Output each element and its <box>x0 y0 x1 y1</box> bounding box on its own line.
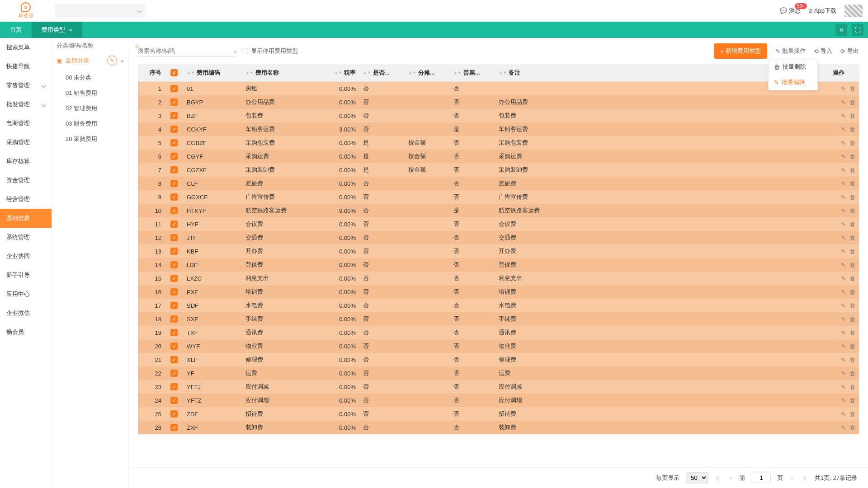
show-disabled-checkbox[interactable]: 显示停用费用类型 <box>242 47 298 55</box>
table-row[interactable]: 14✓LBF劳保费0.00%否否劳保费✎🗑 <box>138 258 859 272</box>
col-rate[interactable]: ▲▼税率 <box>323 64 359 82</box>
sidebar-item[interactable]: 采购管理 <box>0 133 52 152</box>
delete-row-button[interactable]: 🗑 <box>849 221 855 228</box>
batch-ops-button[interactable]: ✎ 批量操作 <box>775 47 806 55</box>
messages-button[interactable]: 💬 消息 99+ <box>780 7 801 15</box>
sidebar-item[interactable]: 企业协同 <box>0 247 52 266</box>
col-ticket[interactable]: ▲▼普票... <box>450 64 495 82</box>
sidebar-item[interactable]: 零售管理 <box>0 76 52 95</box>
edit-category-button[interactable]: ✎ <box>107 56 117 66</box>
delete-row-button[interactable]: 🗑 <box>849 99 855 106</box>
search-icon[interactable]: ⌕ <box>234 47 237 54</box>
table-row[interactable]: 1✓01房租0.00%否否✎🗑 <box>138 82 859 96</box>
edit-row-button[interactable]: ✎ <box>841 194 846 201</box>
delete-row-button[interactable]: 🗑 <box>849 329 855 336</box>
delete-row-button[interactable]: 🗑 <box>849 316 855 323</box>
table-row[interactable]: 5✓CGBZF采购包装费0.00%是按金额否采购包装费✎🗑 <box>138 136 859 150</box>
table-row[interactable]: 15✓LXZC利息支出0.00%否否利息支出✎🗑 <box>138 272 859 285</box>
delete-row-button[interactable]: 🗑 <box>849 343 855 350</box>
avatar[interactable] <box>844 5 863 17</box>
close-icon[interactable]: ✕ <box>69 28 72 33</box>
edit-row-button[interactable]: ✎ <box>841 397 846 404</box>
table-row[interactable]: 9✓GGXCF广告宣传费0.00%否否广告宣传费✎🗑 <box>138 190 859 204</box>
col-check[interactable]: ✓ <box>165 64 183 82</box>
delete-row-button[interactable]: 🗑 <box>849 235 855 241</box>
table-row[interactable]: 21✓XLF修理费0.00%否否修理费✎🗑 <box>138 353 859 366</box>
delete-row-button[interactable]: 🗑 <box>849 275 855 282</box>
table-row[interactable]: 7✓CGZXF采购装卸费0.00%是按金额否采购装卸费✎🗑 <box>138 163 859 177</box>
col-code[interactable]: ▲▼费用编码 <box>183 64 242 82</box>
edit-row-button[interactable]: ✎ <box>841 316 846 323</box>
delete-row-button[interactable]: 🗑 <box>849 357 855 363</box>
edit-row-button[interactable]: ✎ <box>841 424 846 431</box>
table-row[interactable]: 13✓KBF开办费0.00%否否开办费✎🗑 <box>138 244 859 258</box>
per-page-select[interactable]: 50 <box>686 472 708 483</box>
edit-row-button[interactable]: ✎ <box>841 99 846 106</box>
sidebar-item[interactable]: 系统管理 <box>0 228 52 247</box>
edit-row-button[interactable]: ✎ <box>841 180 846 187</box>
delete-row-button[interactable]: 🗑 <box>849 153 855 160</box>
sidebar-item[interactable]: 库存核算 <box>0 152 52 171</box>
table-row[interactable]: 8✓CLF差旅费0.00%否否差旅费✎🗑 <box>138 177 859 190</box>
search-input[interactable] <box>138 47 234 54</box>
delete-row-button[interactable]: 🗑 <box>849 302 855 309</box>
sidebar-item[interactable]: 搜索菜单 <box>0 38 52 57</box>
table-row[interactable]: 20✓WYF物业费0.00%否否物业费✎🗑 <box>138 339 859 353</box>
workspace-selector[interactable] <box>55 4 146 18</box>
sidebar-item[interactable]: 资金管理 <box>0 171 52 190</box>
edit-row-button[interactable]: ✎ <box>841 85 846 92</box>
table-row[interactable]: 24✓YFTZ应付调增0.00%否否应付调增✎🗑 <box>138 394 859 407</box>
edit-row-button[interactable]: ✎ <box>841 384 846 390</box>
batch-edit-item[interactable]: ✎ 批量编辑 <box>769 75 817 90</box>
edit-row-button[interactable]: ✎ <box>841 370 846 377</box>
table-row[interactable]: 19✓TXF通讯费0.00%否否通讯费✎🗑 <box>138 326 859 339</box>
first-page-button[interactable]: |‹ <box>714 474 722 481</box>
edit-row-button[interactable]: ✎ <box>841 262 846 268</box>
delete-row-button[interactable]: 🗑 <box>849 248 855 255</box>
sidebar-item[interactable]: 基础信息 <box>0 209 52 228</box>
export-button[interactable]: ⟳ 导出 <box>840 47 859 55</box>
tree-item[interactable]: 00 未分类 <box>52 70 128 85</box>
table-row[interactable]: 23✓YFTJ应付调减0.00%否否应付调减✎🗑 <box>138 380 859 394</box>
edit-row-button[interactable]: ✎ <box>841 207 846 214</box>
delete-row-button[interactable]: 🗑 <box>849 397 855 404</box>
table-row[interactable]: 4✓CCKYF车船客运费3.00%否是车船客运费✎🗑 <box>138 122 859 136</box>
edit-row-button[interactable]: ✎ <box>841 167 846 174</box>
col-alloc[interactable]: ▲▼分摊... <box>405 64 450 82</box>
table-row[interactable]: 12✓JTF交通费0.00%否否交通费✎🗑 <box>138 231 859 244</box>
sidebar-item[interactable]: 电商管理 <box>0 114 52 133</box>
tree-item[interactable]: 20 采购费用 <box>52 131 128 147</box>
edit-row-button[interactable]: ✎ <box>841 275 846 282</box>
edit-row-button[interactable]: ✎ <box>841 153 846 160</box>
delete-row-button[interactable]: 🗑 <box>849 207 855 214</box>
delete-row-button[interactable]: 🗑 <box>849 194 855 201</box>
sidebar-item[interactable]: 经营管理 <box>0 190 52 209</box>
sidebar-item[interactable]: 应用中心 <box>0 285 52 304</box>
tree-item[interactable]: 03 财务费用 <box>52 116 128 131</box>
edit-row-button[interactable]: ✎ <box>841 140 846 146</box>
sidebar-item[interactable]: 新手引导 <box>0 266 52 285</box>
tree-item[interactable]: 01 销售费用 <box>52 85 128 101</box>
delete-row-button[interactable]: 🗑 <box>849 126 855 133</box>
edit-row-button[interactable]: ✎ <box>841 221 846 228</box>
edit-row-button[interactable]: ✎ <box>841 302 846 309</box>
delete-row-button[interactable]: 🗑 <box>849 370 855 377</box>
import-button[interactable]: ⟲ 导入 <box>814 47 832 55</box>
delete-row-button[interactable]: 🗑 <box>849 262 855 268</box>
tab-expense-type[interactable]: 费用类型 ✕ <box>32 22 82 38</box>
add-expense-type-button[interactable]: + 新增费用类型 <box>714 43 767 59</box>
tree-root-label[interactable]: 全部分类 <box>66 56 89 65</box>
batch-delete-item[interactable]: 🗑 批量删除 <box>769 59 817 75</box>
edit-row-button[interactable]: ✎ <box>841 357 846 363</box>
sidebar-item[interactable]: 畅会员 <box>0 323 52 342</box>
delete-row-button[interactable]: 🗑 <box>849 167 855 174</box>
edit-row-button[interactable]: ✎ <box>841 248 846 255</box>
sidebar-item[interactable]: 企业微信 <box>0 304 52 323</box>
edit-row-button[interactable]: ✎ <box>841 113 846 119</box>
page-input[interactable] <box>752 473 771 483</box>
edit-row-button[interactable]: ✎ <box>841 126 846 133</box>
table-row[interactable]: 11✓HYF会议费0.00%否否会议费✎🗑 <box>138 217 859 231</box>
sidebar-item[interactable]: 快捷导航 <box>0 57 52 76</box>
prev-page-button[interactable]: ‹ <box>728 474 733 481</box>
edit-row-button[interactable]: ✎ <box>841 329 846 336</box>
